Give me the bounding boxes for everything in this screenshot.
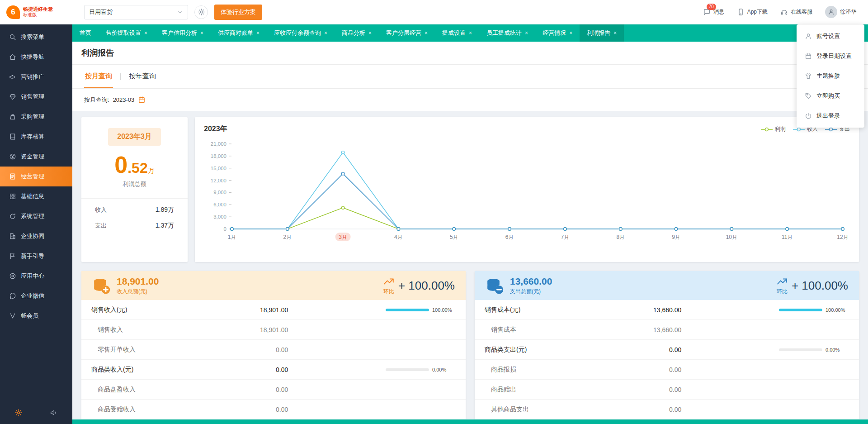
tab-利润报告[interactable]: 利润报告× [580, 24, 624, 42]
user-menu-item-power[interactable]: 退出登录 [797, 106, 864, 126]
main-content: 首页售价提取设置×客户信用分析×供应商对账单×应收应付余额查询×商品分析×客户分… [72, 24, 868, 424]
expense-label: 支出 [95, 222, 107, 230]
logo-icon: 6 [6, 5, 20, 19]
close-icon[interactable]: × [569, 30, 572, 36]
trial-solution-button[interactable]: 体验行业方案 [214, 5, 262, 20]
user-menu-item-shirt[interactable]: 主题换肤 [797, 66, 864, 86]
profit-line-chart[interactable]: 03,0006,0009,00012,00015,00018,00021,000… [204, 138, 850, 247]
bottom-scrollbar[interactable] [72, 419, 868, 424]
close-icon[interactable]: × [425, 30, 428, 36]
close-icon[interactable]: × [469, 30, 472, 36]
month-picker-value[interactable]: 2023-03 [113, 96, 135, 103]
member-v-icon [9, 312, 16, 319]
book-icon [9, 133, 16, 140]
sidebar-item-grid[interactable]: 基础信息 [0, 186, 72, 206]
open-tabs-bar: 首页售价提取设置×客户信用分析×供应商对账单×应收应付余额查询×商品分析×客户分… [72, 24, 868, 42]
app-logo[interactable]: 6 畅捷通好生意 标准版 [0, 5, 72, 19]
app-download-button[interactable]: App下载 [737, 8, 768, 16]
avatar [825, 6, 837, 18]
tab-label: 首页 [80, 29, 91, 37]
income-huanbi-block: 环比 + 100.00% [383, 276, 455, 295]
sidebar-item-gem[interactable]: 销售管理 [0, 87, 72, 107]
tab-提成设置[interactable]: 提成设置× [435, 24, 479, 42]
sidebar-item-flag[interactable]: 新手引导 [0, 246, 72, 266]
tab-label: 利润报告 [587, 29, 610, 37]
svg-text:10月: 10月 [726, 234, 737, 240]
gear-icon [198, 8, 205, 16]
legend-label: 利润 [775, 125, 786, 133]
tab-monthly-query[interactable]: 按月查询 [84, 65, 113, 88]
user-menu-item-tag[interactable]: 立即购买 [797, 86, 864, 106]
income-value: 1.89万 [156, 206, 174, 214]
sidebar-gear-icon[interactable] [14, 409, 23, 417]
sidebar-item-chat[interactable]: 企业微信 [0, 286, 72, 306]
tab-供应商对账单[interactable]: 供应商对账单× [211, 24, 267, 42]
org-select[interactable]: 日用百货 [84, 5, 188, 19]
calendar-icon[interactable] [138, 96, 146, 104]
sidebar-item-book[interactable]: 库存核算 [0, 127, 72, 147]
legend-item-利润[interactable]: 利润 [761, 125, 786, 133]
sidebar-item-doc[interactable]: 经营管理 [0, 167, 72, 186]
page-title: 利润报告 [81, 48, 114, 58]
sidebar-item-apps[interactable]: 应用中心 [0, 266, 72, 286]
sidebar-footer [0, 409, 72, 424]
sidebar-item-building[interactable]: 企业协同 [0, 226, 72, 246]
sidebar-item-member-v[interactable]: 畅会员 [0, 306, 72, 326]
tab-员工提成统计[interactable]: 员工提成统计× [479, 24, 535, 42]
progress-track [779, 348, 822, 351]
messages-button[interactable]: 70 消息 [703, 8, 724, 16]
tab-首页[interactable]: 首页 [72, 24, 99, 42]
sidebar-item-megaphone[interactable]: 营销推广 [0, 67, 72, 87]
row-label: 商品受赠收入 [91, 405, 201, 414]
row-bar-cell: 0.00% [752, 347, 849, 353]
sidebar-volume-icon[interactable] [50, 409, 58, 417]
user-menu-item-person[interactable]: 账号设置 [797, 26, 864, 46]
tab-yearly-query[interactable]: 按年查询 [128, 65, 157, 88]
profit-chart-card: 2023年 利润收入支出 03,0006,0009,00012,00015,00… [195, 117, 859, 262]
table-row[interactable]: 销售收入(元)18,901.00100.00% [81, 300, 466, 320]
tab-售价提取设置[interactable]: 售价提取设置× [99, 24, 155, 42]
table-row: 商品受赠收入0.00 [81, 400, 466, 419]
profit-int: 0 [114, 152, 127, 178]
close-icon[interactable]: × [324, 30, 327, 36]
row-label: 零售开单收入 [91, 346, 201, 354]
building-icon [9, 233, 16, 240]
tab-客户信用分析[interactable]: 客户信用分析× [155, 24, 211, 42]
tab-商品分析[interactable]: 商品分析× [335, 24, 379, 42]
sidebar-item-bag[interactable]: 采购管理 [0, 107, 72, 127]
sidebar-item-label: 库存核算 [21, 133, 44, 141]
table-row[interactable]: 销售成本(元)13,660.00100.00% [475, 300, 859, 320]
sidebar-item-home[interactable]: 快捷导航 [0, 47, 72, 67]
close-icon[interactable]: × [144, 30, 147, 36]
svg-text:2月: 2月 [283, 234, 292, 240]
table-row[interactable]: 商品类支出(元)0.000.00% [475, 340, 859, 360]
table-row[interactable]: 商品类收入(元)0.000.00% [81, 360, 466, 380]
tab-应收应付余额查询[interactable]: 应收应付余额查询× [267, 24, 335, 42]
sidebar-item-search[interactable]: 搜索菜单 [0, 27, 72, 47]
chart-header: 2023年 利润收入支出 [204, 124, 850, 134]
user-menu-item-calendar[interactable]: 登录日期设置 [797, 46, 864, 66]
row-label: 其他商品支出 [485, 405, 594, 414]
user-menu-item-label: 退出登录 [816, 112, 840, 120]
online-service-button[interactable]: 在线客服 [780, 8, 812, 16]
expense-card: 13,660.00 支出总额(元) 环比 + 100.00% 销售成本(元)13… [475, 271, 859, 419]
close-icon[interactable]: × [613, 30, 617, 36]
trend-up-icon [776, 276, 788, 287]
close-icon[interactable]: × [368, 30, 372, 36]
chevron-down-icon [177, 9, 183, 15]
tab-label: 提成设置 [442, 29, 466, 37]
chat-icon [9, 292, 16, 300]
phone-icon [737, 8, 745, 16]
income-total: 18,901.00 [117, 276, 159, 287]
close-icon[interactable]: × [200, 30, 203, 36]
calendar-icon [805, 52, 812, 60]
close-icon[interactable]: × [256, 30, 259, 36]
tab-客户分层经营[interactable]: 客户分层经营× [379, 24, 435, 42]
settings-gear-button[interactable] [194, 5, 208, 19]
tab-经营情况[interactable]: 经营情况× [535, 24, 580, 42]
sidebar-item-sync[interactable]: 系统管理 [0, 206, 72, 226]
close-icon[interactable]: × [525, 30, 528, 36]
income-huanbi-label: 环比 [383, 288, 394, 295]
sidebar-item-coin[interactable]: 资金管理 [0, 147, 72, 167]
user-account-button[interactable]: 徐泽华 [825, 6, 856, 18]
